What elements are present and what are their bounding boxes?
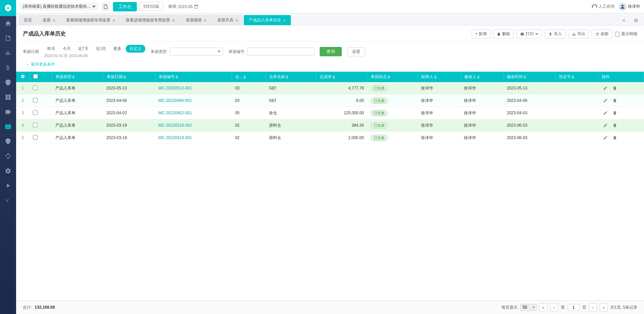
tab-invoice-open[interactable]: 发票开具 ×	[212, 15, 243, 25]
delete-row-button[interactable]	[611, 109, 619, 117]
tab-home[interactable]: 首页	[19, 15, 37, 25]
row-number[interactable]: MC-20230513-001	[155, 82, 232, 95]
sidebar-item-version[interactable]: V	[0, 193, 16, 208]
first-page-button[interactable]: «	[539, 303, 547, 311]
page-input[interactable]	[568, 304, 580, 311]
row-select-checkbox[interactable]	[33, 123, 38, 127]
edit-button[interactable]	[601, 84, 609, 92]
tab-invoice-open-close[interactable]: ×	[235, 18, 238, 23]
number-filter-input[interactable]	[247, 48, 314, 56]
user-menu[interactable]: 徐泽华	[619, 3, 640, 11]
refresh-icon	[595, 32, 599, 36]
sidebar-item-documents[interactable]	[0, 31, 16, 46]
topbar: (库存核算) 直播轻犹通信息技术股份... 工作台 切到旧版 账期 2023-0…	[16, 0, 644, 13]
next-page-button[interactable]: ›	[589, 303, 597, 311]
date-yesterday[interactable]: 昨天	[44, 45, 58, 53]
row-number-link[interactable]: MC-20230319-001	[158, 135, 192, 140]
app-selector[interactable]: (库存核算) 直播轻犹通信息技术股份...	[20, 3, 98, 10]
row-number[interactable]: MC-20230402-001	[155, 107, 232, 119]
delete-row-button[interactable]	[611, 84, 619, 92]
show-detail-checkbox[interactable]	[615, 32, 620, 37]
row-checkbox[interactable]	[30, 132, 52, 144]
sidebar-item-security[interactable]	[0, 75, 16, 90]
per-page-select[interactable]: 50 100 200	[520, 304, 537, 311]
row-number[interactable]: MC-20230406-001	[155, 95, 232, 107]
row-select-checkbox[interactable]	[33, 110, 38, 115]
type-filter-select[interactable]	[169, 48, 223, 56]
old-version-button[interactable]: 切到旧版	[140, 2, 163, 11]
row-number-link[interactable]: MC-20230319-002	[158, 123, 192, 128]
import-button[interactable]: 导入	[545, 29, 566, 39]
date-custom[interactable]: 自定义	[126, 45, 145, 53]
row-warehouse-code: 02	[232, 119, 266, 132]
row-select-checkbox[interactable]	[33, 85, 38, 90]
tab-product-history[interactable]: 产成品入库单历史 ×	[244, 15, 291, 25]
delete-button[interactable]: 删除	[493, 29, 514, 39]
sidebar-item-chart[interactable]	[0, 46, 16, 60]
select-all-checkbox[interactable]	[33, 74, 38, 79]
sidebar-item-home[interactable]	[0, 16, 16, 31]
sidebar-item-inventory[interactable]	[0, 119, 16, 134]
edit-button[interactable]	[601, 121, 609, 129]
refresh-button[interactable]: 刷新	[592, 29, 612, 39]
settings-button[interactable]: 设置	[347, 47, 365, 56]
tab-sales-invoice-close[interactable]: ×	[112, 18, 115, 23]
prev-page-button[interactable]: ‹	[550, 303, 558, 311]
sidebar-item-money[interactable]	[0, 60, 16, 75]
col-warehouse-code: 仓...	[232, 72, 266, 82]
row-checkbox[interactable]	[30, 95, 52, 107]
edit-button[interactable]	[601, 109, 609, 117]
number-filter-label: 单据编号	[228, 49, 245, 55]
query-button[interactable]: 查询	[320, 47, 342, 56]
workbench-button[interactable]: 工作台	[113, 2, 137, 11]
row-checkbox[interactable]	[30, 107, 52, 119]
delete-row-icon	[612, 86, 617, 90]
tab-invoice[interactable]: 发票 ×	[38, 15, 60, 25]
settings-col-header[interactable]	[16, 72, 30, 82]
tab-purchase-invoice-close[interactable]: ×	[172, 18, 175, 23]
row-number-link[interactable]: MC-20230406-001	[158, 98, 192, 103]
row-warehouse-code: 05	[232, 107, 266, 119]
export-button[interactable]: 导出	[568, 29, 589, 39]
date-today[interactable]: 今天	[60, 45, 74, 53]
delete-row-button[interactable]	[611, 97, 619, 105]
sidebar-item-refresh[interactable]	[0, 149, 16, 164]
col-select-all[interactable]	[30, 72, 52, 82]
sidebar-item-stamp[interactable]	[0, 134, 16, 149]
row-number-link[interactable]: MC-20230402-001	[158, 111, 192, 115]
row-number[interactable]: MC-20230319-002	[155, 119, 232, 132]
row-number[interactable]: MC-20230319-001	[155, 132, 232, 144]
date-7days[interactable]: 近7天	[75, 45, 92, 53]
tab-close-all-button[interactable]	[619, 16, 629, 25]
sidebar-item-play[interactable]	[0, 178, 16, 193]
edit-button[interactable]	[601, 97, 609, 105]
doc-button[interactable]	[101, 2, 110, 11]
tab-sales-invoice[interactable]: 查看销项增值税专用发票 ×	[61, 15, 120, 25]
sidebar-item-tag[interactable]	[0, 105, 16, 119]
row-select-checkbox[interactable]	[33, 98, 38, 103]
new-button[interactable]: + 新增	[472, 29, 490, 39]
date-filter-label: 单据日期	[23, 49, 39, 55]
show-detail-toggle[interactable]: 显示明细	[615, 31, 637, 37]
sidebar-item-grid[interactable]	[0, 90, 16, 105]
row-number-link[interactable]: MC-20230513-001	[158, 86, 192, 90]
row-checkbox[interactable]	[30, 119, 52, 132]
tab-invoice-calc-close[interactable]: ×	[204, 18, 207, 23]
expand-more-button[interactable]: 展开更多条件	[23, 61, 637, 68]
date-1month[interactable]: 近1月	[93, 45, 109, 53]
tab-invoice-close[interactable]: ×	[53, 18, 55, 23]
row-select-checkbox[interactable]	[33, 135, 38, 140]
service-button[interactable]: 人工咨询	[592, 4, 614, 9]
tab-invoice-calc[interactable]: 发票测算 ×	[181, 15, 212, 25]
print-button[interactable]: 打印	[517, 29, 542, 39]
last-page-button[interactable]: »	[600, 303, 608, 311]
sidebar-item-settings[interactable]	[0, 164, 16, 178]
tab-product-history-close[interactable]: ×	[283, 18, 286, 23]
delete-row-button[interactable]	[611, 134, 619, 142]
edit-button[interactable]	[601, 134, 609, 142]
tab-maximize-button[interactable]	[631, 16, 641, 25]
delete-row-button[interactable]	[611, 121, 619, 129]
date-more[interactable]: 更多	[110, 45, 124, 53]
tab-purchase-invoice[interactable]: 查看进项增值税专用发票 ×	[121, 15, 180, 25]
row-checkbox[interactable]	[30, 82, 52, 95]
